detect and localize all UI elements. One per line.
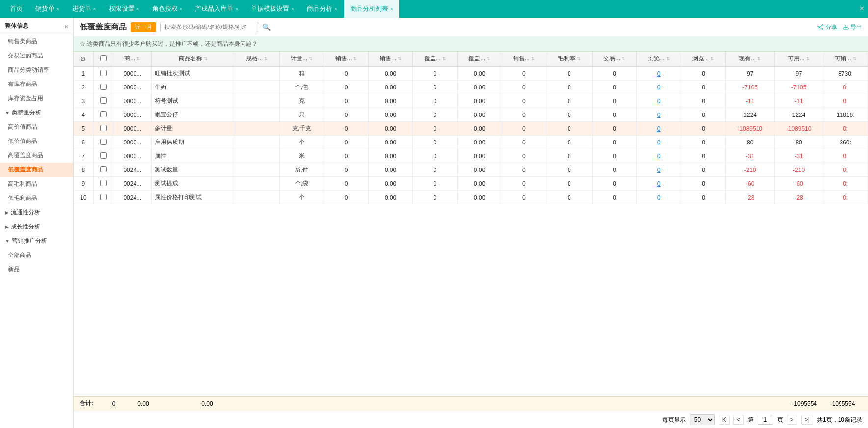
row-select-checkbox[interactable] — [100, 139, 107, 145]
row-checkbox[interactable] — [93, 191, 113, 204]
views-link[interactable]: 0 — [657, 98, 661, 105]
sidebar-item-high-margin[interactable]: 高毛利商品 — [0, 177, 73, 191]
period-button[interactable]: 近一月 — [131, 22, 156, 32]
close-icon[interactable]: × — [390, 6, 393, 12]
sidebar-item-new-products[interactable]: 新品 — [0, 262, 73, 277]
row-select-checkbox[interactable] — [100, 180, 107, 186]
col-current-stock[interactable]: 现有...⇅ — [726, 52, 774, 66]
col-transactions[interactable]: 交易...⇅ — [592, 52, 637, 66]
sidebar-item-low-coverage[interactable]: 低覆盖度商品 — [0, 163, 73, 177]
nav-tab-product-analysis[interactable]: 商品分析 × — [301, 0, 343, 18]
row-checkbox[interactable] — [93, 163, 113, 177]
settings-icon[interactable]: ⚙ — [80, 55, 86, 63]
col-code[interactable]: 商...⇅ — [113, 52, 152, 66]
nav-tab-permissions[interactable]: 权限设置 × — [103, 0, 145, 18]
col-sales-qty[interactable]: 销售...⇅ — [324, 52, 369, 66]
row-views1[interactable]: 0 — [637, 177, 681, 191]
row-views1[interactable]: 0 — [637, 122, 681, 136]
views-link[interactable]: 0 — [657, 84, 661, 91]
prev-page-button[interactable]: < — [733, 415, 744, 425]
row-select-checkbox[interactable] — [100, 111, 107, 117]
sidebar-item-all-products[interactable]: 全部商品 — [0, 248, 73, 262]
row-select-checkbox[interactable] — [100, 152, 107, 159]
row-views1[interactable]: 0 — [637, 108, 681, 122]
views-link[interactable]: 0 — [657, 180, 661, 187]
views-link[interactable]: 0 — [657, 139, 661, 146]
close-icon[interactable]: × — [180, 6, 183, 12]
row-views1[interactable]: 0 — [637, 163, 681, 177]
sidebar-item-high-coverage[interactable]: 高覆盖度商品 — [0, 148, 73, 163]
last-page-button[interactable]: >| — [801, 415, 813, 425]
col-coverage2[interactable]: 覆盖...⇅ — [457, 52, 502, 66]
row-select-checkbox[interactable] — [100, 166, 107, 172]
next-page-button[interactable]: > — [787, 415, 797, 425]
row-checkbox[interactable] — [93, 122, 113, 136]
sidebar-item-in-stock[interactable]: 有库存商品 — [0, 77, 73, 91]
sidebar-item-low-margin[interactable]: 低毛利商品 — [0, 191, 73, 205]
close-icon[interactable]: × — [334, 6, 337, 12]
row-views1[interactable]: 0 — [637, 191, 681, 204]
col-sales-amount[interactable]: 销售...⇅ — [368, 52, 413, 66]
row-checkbox[interactable] — [93, 108, 113, 122]
row-checkbox[interactable] — [93, 177, 113, 191]
col-settings[interactable]: ⚙ — [74, 52, 93, 66]
col-views1[interactable]: 浏览...⇅ — [637, 52, 681, 66]
select-all-checkbox[interactable] — [100, 55, 107, 61]
first-page-button[interactable]: K — [719, 415, 730, 425]
col-name[interactable]: 商品名称⇅ — [152, 52, 235, 66]
col-sales3[interactable]: 销售...⇅ — [502, 52, 546, 66]
row-checkbox[interactable] — [93, 81, 113, 94]
row-views1[interactable]: 0 — [637, 94, 681, 108]
col-coverage1[interactable]: 覆盖...⇅ — [413, 52, 458, 66]
col-unit[interactable]: 计量...⇅ — [279, 52, 324, 66]
close-icon[interactable]: × — [56, 6, 59, 12]
row-views1[interactable]: 0 — [637, 149, 681, 163]
sidebar-section-circulation[interactable]: ▶ 流通性分析 — [0, 205, 73, 220]
row-views1[interactable]: 0 — [637, 81, 681, 94]
row-select-checkbox[interactable] — [100, 97, 107, 104]
sidebar-item-sales-products[interactable]: 销售类商品 — [0, 34, 73, 49]
per-page-select[interactable]: 50 100 200 — [690, 414, 715, 425]
sidebar-item-category-rate[interactable]: 商品分类动销率 — [0, 63, 73, 77]
sidebar-item-capital-usage[interactable]: 库存资金占用 — [0, 91, 73, 106]
col-sellable[interactable]: 可销...⇅ — [823, 52, 868, 66]
share-button[interactable]: 分享 — [818, 23, 837, 31]
nav-tab-product-analysis-list[interactable]: 商品分析列表 × — [344, 0, 399, 18]
col-available[interactable]: 可用...⇅ — [774, 52, 823, 66]
row-views1[interactable]: 0 — [637, 66, 681, 81]
row-checkbox[interactable] — [93, 94, 113, 108]
nav-tab-purchase[interactable]: 进货单 × — [66, 0, 102, 18]
col-spec[interactable]: 规格...⇅ — [235, 52, 280, 66]
views-link[interactable]: 0 — [657, 70, 661, 77]
sidebar-section-marketing[interactable]: ▼ 营销推广分析 — [0, 234, 73, 248]
views-link[interactable]: 0 — [657, 194, 661, 201]
row-checkbox[interactable] — [93, 149, 113, 163]
row-checkbox[interactable] — [93, 66, 113, 81]
search-icon[interactable]: 🔍 — [262, 23, 271, 31]
search-input[interactable] — [160, 22, 258, 32]
export-button[interactable]: 导出 — [843, 23, 862, 31]
col-views2[interactable]: 浏览...⇅ — [681, 52, 726, 66]
sidebar-item-low-value[interactable]: 低价值商品 — [0, 134, 73, 148]
row-select-checkbox[interactable] — [100, 70, 107, 76]
views-link[interactable]: 0 — [657, 112, 661, 118]
views-link[interactable]: 0 — [657, 167, 661, 173]
nav-tab-roles[interactable]: 角色授权 × — [146, 0, 189, 18]
row-checkbox[interactable] — [93, 136, 113, 149]
nav-tab-production[interactable]: 产成品入库单 × — [189, 0, 244, 18]
page-number-input[interactable] — [758, 415, 773, 425]
collapse-button[interactable]: « — [64, 22, 68, 30]
col-checkbox[interactable] — [93, 52, 113, 66]
close-icon[interactable]: × — [136, 6, 139, 12]
sidebar-section-analysis[interactable]: ▼ 类群里分析 — [0, 106, 73, 120]
sidebar-section-growth[interactable]: ▶ 成长性分析 — [0, 220, 73, 234]
nav-tab-home[interactable]: 首页 — [4, 0, 28, 18]
row-select-checkbox[interactable] — [100, 125, 107, 131]
views-link[interactable]: 0 — [657, 125, 661, 132]
close-icon[interactable]: × — [291, 6, 294, 12]
row-views1[interactable]: 0 — [637, 136, 681, 149]
row-select-checkbox[interactable] — [100, 194, 107, 200]
close-icon[interactable]: × — [93, 6, 96, 12]
close-all-button[interactable]: × — [860, 4, 864, 13]
nav-tab-sales[interactable]: 销货单 × — [29, 0, 65, 18]
